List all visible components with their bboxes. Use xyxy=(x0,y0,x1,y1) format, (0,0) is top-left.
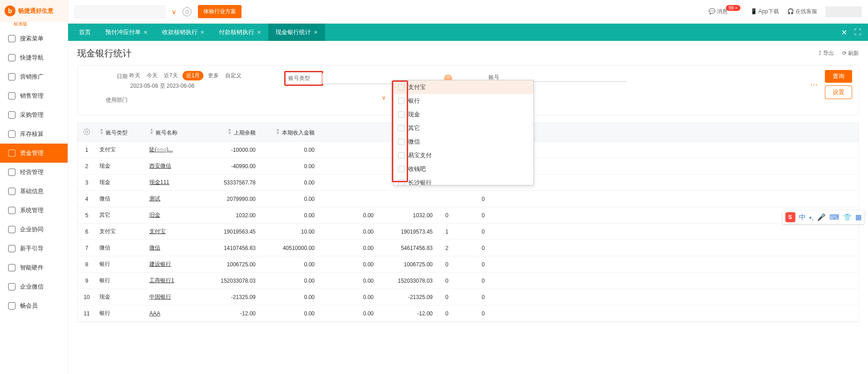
date-opt[interactable]: 近7天 xyxy=(162,71,180,80)
account-name-link[interactable]: 现金111 xyxy=(149,179,169,185)
dropdown-option-label: 支付宝 xyxy=(408,83,426,91)
tab-close-icon[interactable]: ✕ xyxy=(314,30,318,35)
sidebar-item-0[interactable]: 搜索菜单 xyxy=(0,29,68,48)
checkbox[interactable] xyxy=(398,98,404,104)
account-name-link[interactable]: 西安微信 xyxy=(149,163,171,169)
checkbox[interactable] xyxy=(398,111,404,118)
industry-plan-button[interactable]: 体验行业方案 xyxy=(198,5,242,18)
account-name-link[interactable]: 工商银行1 xyxy=(149,277,174,284)
sidebar-item-9[interactable]: 系统管理 xyxy=(0,201,68,220)
settings-icon[interactable] xyxy=(182,7,192,16)
nav-icon xyxy=(8,207,15,214)
sidebar-item-8[interactable]: 基础信息 xyxy=(0,182,68,201)
th-prev-balance[interactable]: ▲▼上期余额 xyxy=(200,123,259,142)
nav-icon xyxy=(8,92,15,100)
tab-close-icon[interactable]: ✕ xyxy=(200,30,204,35)
sidebar-item-14[interactable]: 畅会员 xyxy=(0,296,68,315)
sidebar-item-label: 企业微信 xyxy=(20,283,44,291)
account-name-link[interactable]: 中国银行 xyxy=(149,294,171,300)
table-row: 8银行建设银行1006725.000.000.001006725.0000 xyxy=(78,256,858,273)
dropdown-option[interactable]: 现金 xyxy=(394,108,533,121)
ime-skin-icon[interactable]: 👕 xyxy=(843,213,852,221)
sidebar-item-11[interactable]: 新手引导 xyxy=(0,239,68,258)
more-filters-icon[interactable]: ⋯ xyxy=(810,80,819,89)
account-name-link[interactable]: 建设银行 xyxy=(149,261,171,267)
nav-icon xyxy=(8,130,15,138)
account-name-link[interactable]: 支付宝 xyxy=(149,228,166,234)
account-name-link[interactable]: AAA xyxy=(149,310,160,317)
checkbox[interactable] xyxy=(398,139,404,145)
tab-close-icon[interactable]: ✕ xyxy=(257,30,261,35)
account-name-link[interactable]: 微信 xyxy=(149,244,160,251)
date-opt-active[interactable]: 近1月 xyxy=(182,71,204,80)
dept-label: 使用部门 xyxy=(87,95,128,105)
date-date_more[interactable]: 更多 xyxy=(206,71,221,80)
sidebar-item-6[interactable]: 资金管理 xyxy=(0,144,68,163)
sidebar-item-7[interactable]: 经营管理 xyxy=(0,163,68,182)
tab-1[interactable]: 预付冲应付单✕ xyxy=(98,24,155,41)
dropdown-option[interactable]: 支付宝 xyxy=(394,80,533,94)
brand-icon: b xyxy=(5,5,15,16)
tab-4[interactable]: 现金银行统计✕ xyxy=(268,24,325,41)
messages-badge: 99 + xyxy=(726,5,740,11)
query-button[interactable]: 查询 xyxy=(825,70,852,83)
tab-3[interactable]: 付款核销执行✕ xyxy=(212,24,268,41)
dropdown-option[interactable]: 易宝支付 xyxy=(394,149,533,162)
th-income[interactable]: ▲▼本期收入金额 xyxy=(259,123,318,142)
sidebar-item-4[interactable]: 采购管理 xyxy=(0,105,68,125)
dropdown-option-label: 其它 xyxy=(408,124,420,132)
account-type-input[interactable] xyxy=(310,73,319,84)
export-button[interactable]: ⤴ 导出 xyxy=(819,50,833,57)
dept-input[interactable] xyxy=(128,95,255,105)
ime-toolbox-icon[interactable]: ▦ xyxy=(855,213,862,221)
ime-punct-icon[interactable]: •, xyxy=(809,214,814,221)
sidebar-item-12[interactable]: 智能硬件 xyxy=(0,258,68,277)
tab-close-icon[interactable]: ✕ xyxy=(143,30,148,35)
org-selector[interactable] xyxy=(74,5,165,18)
ime-keyboard-icon[interactable]: ⌨ xyxy=(829,213,839,221)
date-opt[interactable]: 昨天 xyxy=(128,71,142,80)
dropdown-option-label: 微信 xyxy=(408,138,420,146)
org-dropdown-icon[interactable]: ∨ xyxy=(172,8,176,15)
ime-toolbar[interactable]: S 中 •, 🎤 ⌨ 👕 ▦ xyxy=(783,210,864,224)
dropdown-option[interactable]: 长沙银行 xyxy=(394,176,533,185)
dropdown-option[interactable]: 其它 xyxy=(394,121,533,135)
checkbox[interactable] xyxy=(398,152,404,159)
checkbox[interactable] xyxy=(398,166,404,172)
tab-2[interactable]: 收款核销执行✕ xyxy=(155,24,212,41)
settings-button[interactable]: 设置 xyxy=(825,85,852,99)
ime-lang[interactable]: 中 xyxy=(799,213,806,222)
dropdown-option[interactable]: 微信 xyxy=(394,135,533,149)
th-account-name[interactable]: ▲▼账号名称 xyxy=(146,123,200,142)
messages-link[interactable]: 💬 消息99 + xyxy=(709,8,742,15)
date-date_custom[interactable]: 自定义 xyxy=(223,71,243,80)
th-account-type[interactable]: ▲▼账号类型 xyxy=(96,123,146,142)
sidebar-item-2[interactable]: 营销推广 xyxy=(0,67,68,86)
account-name-link[interactable]: 陡(○○○)... xyxy=(149,146,173,153)
sidebar-item-13[interactable]: 企业微信 xyxy=(0,277,68,296)
user-area[interactable] xyxy=(825,6,862,17)
date-opt[interactable]: 今天 xyxy=(145,71,159,80)
filter-panel: 日期 昨天今天近7天近1月更多自定义 2023-05-06 至 2023-06-… xyxy=(77,65,859,115)
sidebar-item-1[interactable]: 快捷导航 xyxy=(0,48,68,67)
tab-0[interactable]: 首页 xyxy=(72,24,98,41)
online-service-link[interactable]: 🎧 在线客服 xyxy=(787,8,817,15)
dropdown-option[interactable]: 银行 xyxy=(394,94,533,108)
checkbox[interactable] xyxy=(398,180,404,185)
sidebar-item-3[interactable]: 销售管理 xyxy=(0,86,68,105)
app-download-link[interactable]: 📱 App下载 xyxy=(750,8,779,15)
tabs-close-all-icon[interactable]: ✕ xyxy=(837,28,851,37)
checkbox[interactable] xyxy=(398,125,404,131)
checkbox[interactable] xyxy=(398,84,404,90)
dropdown-option[interactable]: 收钱吧 xyxy=(394,162,533,176)
sidebar-item-10[interactable]: 企业协同 xyxy=(0,220,68,239)
refresh-button[interactable]: ⟳ 刷新 xyxy=(842,50,859,57)
sidebar-item-5[interactable]: 库存核算 xyxy=(0,125,68,144)
account-name-link[interactable]: 测试 xyxy=(149,195,160,202)
tabs-fullscreen-icon[interactable]: ⛶ xyxy=(851,28,864,36)
dept-dropdown-icon[interactable]: ∨ xyxy=(382,95,386,105)
account-name-link[interactable]: 旧金 xyxy=(149,212,160,218)
page-title: 现金银行统计 xyxy=(77,47,132,60)
ime-mic-icon[interactable]: 🎤 xyxy=(817,213,826,221)
table-settings-icon[interactable] xyxy=(84,129,90,135)
